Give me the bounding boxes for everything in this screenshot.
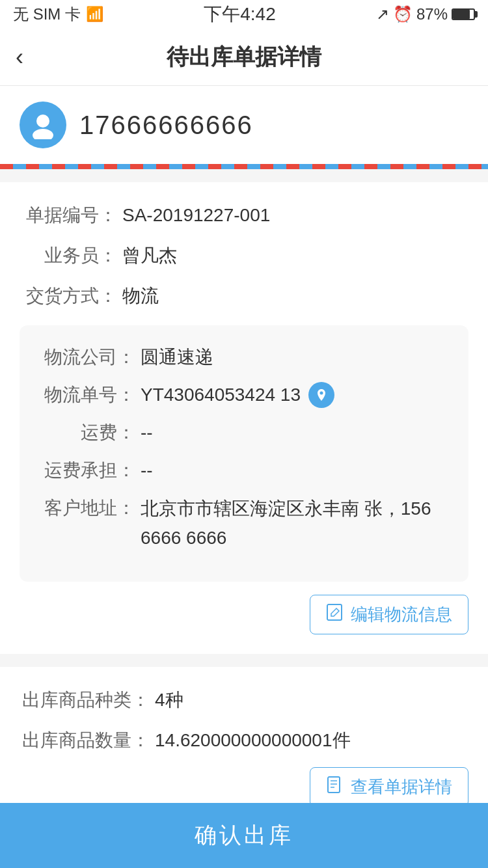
order-number-row: 单据编号： SA-20191227-001 — [20, 202, 468, 229]
tracking-value: YT43064053424 13 — [141, 381, 301, 409]
svg-point-0 — [36, 115, 49, 128]
freight-bearer-value: -- — [135, 457, 450, 484]
edit-logistics-button[interactable]: 编辑物流信息 — [310, 595, 468, 634]
logistics-company-row: 物流公司： 圆通速递 — [38, 344, 450, 371]
svg-rect-3 — [328, 777, 340, 793]
freight-bearer-row: 运费承担： -- — [38, 457, 450, 484]
status-bar: 无 SIM 卡 📶 下午4:42 ↗ ⏰ 87% — [0, 0, 488, 29]
dashed-divider — [0, 164, 488, 169]
svg-point-1 — [33, 129, 53, 139]
confirm-btn-text: 确认出库 — [195, 821, 293, 850]
back-button[interactable]: ‹ — [16, 44, 23, 71]
freight-value: -- — [135, 419, 450, 446]
status-left: 无 SIM 卡 📶 — [13, 4, 103, 25]
delivery-method-value: 物流 — [117, 282, 468, 310]
tracking-number-row: 物流单号： YT43064053424 13 — [38, 381, 450, 409]
avatar — [20, 102, 66, 148]
customer-header: 17666666666 — [0, 86, 488, 164]
avatar-icon — [29, 111, 57, 139]
address-row: 客户地址： 北京市市辖区海淀区永丰南 张，156 6666 6666 — [38, 495, 450, 553]
edit-logistics-label: 编辑物流信息 — [351, 603, 452, 626]
freight-label: 运费： — [38, 419, 135, 446]
nav-bar: ‹ 待出库单据详情 — [0, 29, 488, 86]
address-label: 客户地址： — [38, 495, 135, 522]
salesperson-row: 业务员： 曾凡杰 — [20, 242, 468, 269]
salesperson-value: 曾凡杰 — [117, 242, 468, 269]
status-time: 下午4:42 — [204, 2, 276, 27]
wifi-icon: 📶 — [86, 6, 103, 23]
outbound-types-row: 出库商品种类： 4种 — [20, 686, 468, 714]
svg-rect-2 — [327, 604, 342, 620]
outbound-section: 出库商品种类： 4种 出库商品数量： 14.620000000000001件 查… — [0, 667, 488, 826]
delivery-method-row: 交货方式： 物流 — [20, 282, 468, 310]
alarm-icon: ⏰ — [393, 5, 413, 23]
view-detail-button[interactable]: 查看单据详情 — [310, 767, 468, 807]
address-value: 北京市市辖区海淀区永丰南 张，156 6666 6666 — [135, 495, 450, 553]
battery-icon — [452, 8, 475, 20]
order-number-value: SA-20191227-001 — [117, 202, 468, 229]
confirm-outbound-button[interactable]: 确认出库 — [0, 803, 488, 868]
page-title: 待出库单据详情 — [167, 42, 321, 72]
tracking-location-icon[interactable] — [308, 382, 334, 408]
outbound-types-value: 4种 — [150, 686, 468, 714]
document-icon — [326, 776, 344, 798]
tracking-number-label: 物流单号： — [38, 381, 135, 409]
freight-bearer-label: 运费承担： — [38, 457, 135, 484]
salesperson-label: 业务员： — [20, 242, 117, 269]
logistics-card: 物流公司： 圆通速递 物流单号： YT43064053424 13 运费： -- — [20, 325, 468, 582]
tracking-row: YT43064053424 13 — [141, 381, 450, 409]
edit-btn-row: 编辑物流信息 — [20, 595, 468, 634]
order-info-section: 单据编号： SA-20191227-001 业务员： 曾凡杰 交货方式： 物流 … — [0, 182, 488, 654]
order-number-label: 单据编号： — [20, 202, 117, 229]
delivery-method-label: 交货方式： — [20, 282, 117, 310]
logistics-company-label: 物流公司： — [38, 344, 135, 371]
battery-text: 87% — [416, 5, 448, 23]
outbound-quantity-value: 14.620000000000001件 — [150, 727, 468, 754]
outbound-quantity-label: 出库商品数量： — [20, 727, 150, 754]
outbound-quantity-row: 出库商品数量： 14.620000000000001件 — [20, 727, 468, 754]
tracking-number-value: YT43064053424 13 — [135, 381, 450, 409]
sim-text: 无 SIM 卡 — [13, 4, 81, 25]
edit-icon — [326, 603, 344, 626]
view-btn-row: 查看单据详情 — [20, 767, 468, 807]
freight-row: 运费： -- — [38, 419, 450, 446]
view-detail-label: 查看单据详情 — [351, 776, 452, 798]
outbound-types-label: 出库商品种类： — [20, 686, 150, 714]
logistics-company-value: 圆通速递 — [135, 344, 450, 371]
status-right: ↗ ⏰ 87% — [376, 5, 475, 23]
location-status-icon: ↗ — [376, 5, 389, 23]
customer-phone: 17666666666 — [79, 111, 253, 140]
